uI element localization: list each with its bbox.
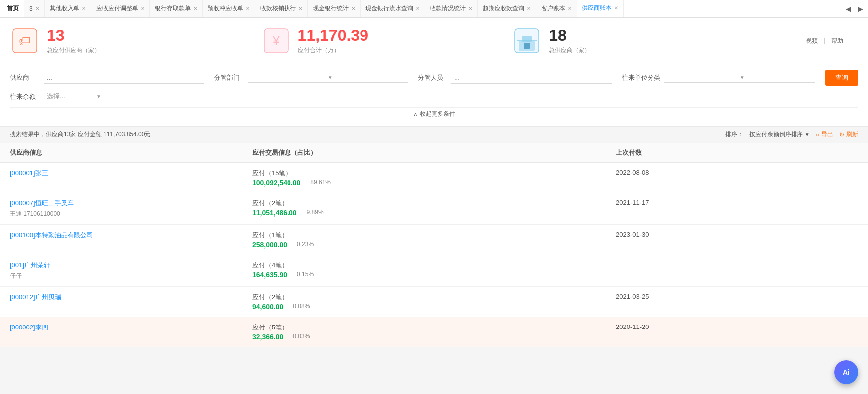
video-link[interactable]: 视频 xyxy=(806,37,818,45)
ai-label: Ai xyxy=(843,368,850,376)
transaction-amount-2[interactable]: 11,051,486.00 xyxy=(252,209,297,217)
transaction-row-3: 258,000.00 0.23% xyxy=(252,240,616,249)
supplier-link-4[interactable]: [001]广州荣轩 xyxy=(10,261,252,270)
sort-option[interactable]: 按应付余额倒序排序 ▼ xyxy=(749,131,810,139)
tab3-label: 3 xyxy=(29,5,33,12)
last-pay-date-6: 2020-11-20 xyxy=(616,322,649,330)
close-icon[interactable]: ✕ xyxy=(416,6,420,11)
collapse-icon: ∧ xyxy=(413,111,418,118)
transaction-detail-5: 应付（2笔） 94,600.00 0.08% xyxy=(252,293,616,311)
nav-tab-customer-account[interactable]: 客户账本 ✕ xyxy=(536,0,577,18)
transaction-percent-3: 0.23% xyxy=(297,241,314,248)
close-icon[interactable]: ✕ xyxy=(246,6,250,11)
supplier-link-2[interactable]: [000007]恒旺二手叉车 xyxy=(10,199,252,208)
nav-tab-cash-bank-stats[interactable]: 现金银行统计 ✕ xyxy=(308,0,361,18)
nav-tab-home[interactable]: 首页 xyxy=(2,0,24,18)
transaction-info-1: 应付（15笔） 100,092,540.00 89.61% xyxy=(252,169,616,187)
nav-tab-3[interactable]: 3 ✕ xyxy=(24,0,45,18)
export-button[interactable]: ○ 导出 xyxy=(816,131,833,139)
filter-balance: 往来余额 选择... ▼ xyxy=(10,90,149,103)
table-header: 供应商信息 应付交易信息（占比） 上次付数 xyxy=(0,143,868,163)
search-button[interactable]: 查询 xyxy=(825,70,858,86)
person-input[interactable] xyxy=(451,72,612,84)
nav-arrows: ◀ ▶ xyxy=(842,3,866,15)
ap-amount-label: 应付合计（万） xyxy=(298,46,482,55)
close-icon[interactable]: ✕ xyxy=(351,6,355,11)
close-icon[interactable]: ✕ xyxy=(82,6,86,11)
lastpay-5: 2021-03-25 xyxy=(616,293,858,300)
ap-adjust-label: 应收应付调整单 xyxy=(96,4,138,13)
table-row: [001]广州荣轩 仔仔 应付（4笔） 164,635.90 0.15% xyxy=(0,255,868,287)
filter-category: 往来单位分类 ▼ xyxy=(622,73,816,83)
transaction-amount-5[interactable]: 94,600.00 xyxy=(252,303,283,311)
transaction-info-5: 应付（2笔） 94,600.00 0.08% xyxy=(252,293,616,311)
sort-area: 排序： 按应付余额倒序排序 ▼ ○ 导出 ↻ 刷新 xyxy=(725,131,858,139)
close-icon[interactable]: ✕ xyxy=(568,6,572,11)
nav-tab-cash-bank-flow[interactable]: 现金银行流水查询 ✕ xyxy=(361,0,425,18)
nav-tab-advance[interactable]: 预收冲应收单 ✕ xyxy=(203,0,255,18)
nav-tab-ap-adjust[interactable]: 应收应付调整单 ✕ xyxy=(91,0,150,18)
transaction-row-6: 32,366.00 0.03% xyxy=(252,332,616,341)
close-icon[interactable]: ✕ xyxy=(35,6,39,11)
advance-label: 预收冲应收单 xyxy=(208,4,243,13)
supplier-link-3[interactable]: [000100]本特勤油品有限公司 xyxy=(10,231,252,240)
transaction-detail-3: 应付（1笔） 258,000.00 0.23% xyxy=(252,231,616,249)
transaction-amount-6[interactable]: 32,366.00 xyxy=(252,333,283,341)
dept-filter-label: 分管部门 xyxy=(214,73,244,82)
nav-next-button[interactable]: ▶ xyxy=(854,3,866,15)
supplier-link-1[interactable]: [000001]张三 xyxy=(10,169,252,178)
filter-row-2: 往来余额 选择... ▼ xyxy=(10,90,858,103)
nav-tab-overdue[interactable]: 超期应收款查询 ✕ xyxy=(478,0,536,18)
nav-tab-payment-verify[interactable]: 收款核销执行 ✕ xyxy=(255,0,308,18)
nav-prev-button[interactable]: ◀ xyxy=(842,3,854,15)
transaction-detail-4: 应付（4笔） 164,635.90 0.15% xyxy=(252,261,616,279)
sort-option-label: 按应付余额倒序排序 xyxy=(749,131,803,139)
dept-dropdown-arrow: ▼ xyxy=(328,75,405,80)
ai-button[interactable]: Ai xyxy=(834,360,858,384)
cash-bank-stats-label: 现金银行统计 xyxy=(313,4,349,13)
balance-select-value: 选择... xyxy=(47,92,96,101)
table-row: [000012]广州贝瑞 应付（2笔） 94,600.00 0.08% 2021… xyxy=(0,287,868,317)
table-row: [000001]张三 应付（15笔） 100,092,540.00 89.61%… xyxy=(0,163,868,193)
refresh-button[interactable]: ↻ 刷新 xyxy=(839,131,858,139)
lastpay-2: 2021-11-17 xyxy=(616,199,858,206)
close-icon[interactable]: ✕ xyxy=(141,6,145,11)
card-info-total-suppliers: 18 总供应商（家） xyxy=(549,27,799,55)
refresh-label: 刷新 xyxy=(846,131,858,139)
nav-tab-supplier-account[interactable]: 供应商账本 ✕ xyxy=(577,0,624,18)
dept-select[interactable]: ▼ xyxy=(248,73,408,83)
close-icon[interactable]: ✕ xyxy=(527,6,531,11)
summary-card-total-suppliers: 18 总供应商（家） 视频 | 帮助 xyxy=(497,26,858,56)
supplier-info-5: [000012]广州贝瑞 xyxy=(10,293,252,304)
collapse-button[interactable]: ∧ 收起更多条件 xyxy=(10,107,858,120)
transaction-amount-4[interactable]: 164,635.90 xyxy=(252,271,287,279)
ap-suppliers-number: 13 xyxy=(47,27,231,44)
filter-person: 分管人员 xyxy=(418,72,612,84)
transaction-label-4: 应付（4笔） xyxy=(252,261,616,270)
nav-tab-bank-deposit[interactable]: 银行存取款单 ✕ xyxy=(150,0,203,18)
close-icon[interactable]: ✕ xyxy=(468,6,472,11)
top-nav: 首页 3 ✕ 其他收入单 ✕ 应收应付调整单 ✕ 银行存取款单 ✕ 预收冲应收单… xyxy=(0,0,868,18)
supplier-contact-2: 王通 17106110000 xyxy=(10,210,252,218)
transaction-label-1: 应付（15笔） xyxy=(252,169,616,178)
supplier-link-5[interactable]: [000012]广州贝瑞 xyxy=(10,293,252,302)
close-icon[interactable]: ✕ xyxy=(298,6,302,11)
filter-row-1: 供应商 分管部门 ▼ 分管人员 往来单位分类 ▼ xyxy=(10,70,858,86)
transaction-amount-1[interactable]: 100,092,540.00 xyxy=(252,179,300,187)
category-select[interactable]: ▼ xyxy=(664,73,816,83)
svg-text:🏷: 🏷 xyxy=(19,34,31,47)
supplier-input[interactable] xyxy=(44,72,204,84)
supplier-link-6[interactable]: [000002]李四 xyxy=(10,323,252,332)
nav-tab-collection-stats[interactable]: 收款情况统计 ✕ xyxy=(425,0,478,18)
close-icon[interactable]: ✕ xyxy=(193,6,197,11)
last-pay-date-3: 2023-01-30 xyxy=(616,230,649,238)
transaction-amount-3[interactable]: 258,000.00 xyxy=(252,241,287,249)
refresh-icon: ↻ xyxy=(839,131,844,138)
export-icon: ○ xyxy=(816,131,819,138)
close-icon[interactable]: ✕ xyxy=(614,5,618,11)
balance-select[interactable]: 选择... ▼ xyxy=(44,90,149,103)
nav-tab-other-income[interactable]: 其他收入单 ✕ xyxy=(45,0,91,18)
help-link[interactable]: 帮助 xyxy=(831,37,843,45)
table-row: [000100]本特勤油品有限公司 应付（1笔） 258,000.00 0.23… xyxy=(0,225,868,255)
sort-label: 排序： xyxy=(725,131,743,139)
